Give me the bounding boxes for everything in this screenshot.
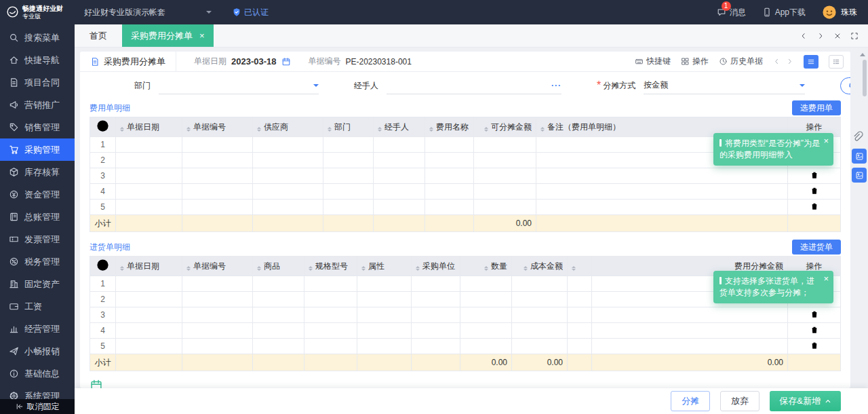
grid-cell[interactable] (357, 307, 412, 323)
grid-cell[interactable] (304, 339, 357, 354)
doc-date-value[interactable]: 2023-03-18 (231, 56, 277, 67)
messages-button[interactable]: 1 消息 (717, 7, 746, 18)
grid-cell[interactable] (592, 323, 788, 339)
close-icon[interactable]: × (823, 274, 829, 283)
attachment-icon[interactable] (852, 131, 863, 143)
grid-cell[interactable] (323, 137, 374, 153)
grid-cell[interactable] (474, 184, 536, 200)
grid-cell[interactable] (474, 200, 536, 215)
grid-cell[interactable] (592, 339, 788, 354)
grid-cell[interactable] (412, 292, 460, 307)
grid-cell[interactable] (374, 200, 425, 215)
grid-cell[interactable] (536, 200, 788, 215)
grid-cell[interactable] (253, 276, 304, 292)
tab-prev-icon[interactable] (800, 32, 808, 40)
grid-cell[interactable] (425, 137, 474, 153)
sidebar-item-info[interactable]: 基础信息 (0, 362, 75, 385)
grid-cell[interactable] (425, 200, 474, 215)
grid-cell[interactable] (182, 292, 253, 307)
sidebar-item-book[interactable]: 总账管理 (0, 206, 75, 228)
grid-cell[interactable] (323, 168, 374, 184)
unpin-sidebar-button[interactable]: 取消固定 (0, 399, 75, 414)
grid-cell[interactable] (182, 153, 253, 168)
grid-cell[interactable] (512, 323, 568, 339)
grid-cell[interactable] (568, 276, 592, 292)
column-header[interactable]: 单据日期 (116, 117, 182, 137)
grid-cell[interactable] (357, 339, 412, 354)
sidebar-item-building[interactable]: 固定资产 (0, 273, 75, 295)
grid-cell[interactable] (253, 153, 323, 168)
sidebar-item-box[interactable]: 库存核算 (0, 161, 75, 183)
grid-cell[interactable] (304, 276, 357, 292)
column-header[interactable]: 供应商 (253, 117, 323, 137)
grid-cell[interactable] (116, 137, 182, 153)
grid-settings-gear-icon[interactable] (90, 117, 116, 137)
account-book-select[interactable]: 好业财专业版演示帐套 (84, 7, 212, 18)
sidebar-item-search[interactable]: 搜索菜单 (0, 26, 75, 49)
grid-cell[interactable] (592, 307, 788, 323)
grid-cell[interactable] (182, 307, 253, 323)
sidebar-item-wallet[interactable]: 工资 (0, 295, 75, 318)
grid-cell[interactable] (425, 184, 474, 200)
column-header[interactable]: 商品 (253, 257, 304, 276)
column-header[interactable]: 经手人 (374, 117, 425, 137)
allocation-method-select[interactable]: 按金额 (644, 77, 805, 94)
grid-cell[interactable] (116, 323, 182, 339)
next-doc-icon[interactable] (786, 58, 793, 65)
save-and-new-button[interactable]: 保存&新增 (770, 391, 841, 411)
sidebar-item-home[interactable]: 快捷导航 (0, 49, 75, 71)
grid-cell[interactable] (460, 323, 512, 339)
grid-cell[interactable] (512, 292, 568, 307)
grid-cell[interactable] (412, 307, 460, 323)
grid-cell[interactable] (412, 276, 460, 292)
grid-cell[interactable] (253, 200, 323, 215)
tab-close-all-icon[interactable] (833, 32, 842, 40)
grid-cell[interactable] (182, 137, 253, 153)
delete-row-icon[interactable] (810, 341, 819, 350)
column-header[interactable]: 单据编号 (182, 117, 253, 137)
grid-cell[interactable] (116, 184, 182, 200)
grid-cell[interactable] (304, 307, 357, 323)
grid-cell[interactable] (357, 276, 412, 292)
grid-cell[interactable] (253, 184, 323, 200)
grid-cell[interactable] (182, 276, 253, 292)
grid-cell[interactable] (412, 323, 460, 339)
app-download-button[interactable]: App下载 (762, 7, 806, 18)
discard-button[interactable]: 放弃 (720, 391, 760, 411)
column-header[interactable]: 规格型号 (304, 257, 357, 276)
grid-cell[interactable] (374, 168, 425, 184)
grid-cell[interactable] (182, 339, 253, 354)
fullscreen-icon[interactable] (850, 32, 859, 40)
grid-cell[interactable] (512, 276, 568, 292)
delete-row-icon[interactable] (810, 202, 819, 211)
history-button[interactable]: 历史单据 (719, 56, 763, 67)
grid-cell[interactable] (323, 184, 374, 200)
grid-cell[interactable] (474, 137, 536, 153)
grid-cell[interactable] (304, 292, 357, 307)
handler-input[interactable]: ··· (387, 77, 561, 94)
grid-cell[interactable] (374, 137, 425, 153)
user-menu[interactable]: 珠珠 (822, 5, 857, 20)
grid-cell[interactable] (304, 323, 357, 339)
grid-cell[interactable] (253, 307, 304, 323)
grid-cell[interactable] (568, 307, 592, 323)
column-header[interactable]: 单据日期 (116, 257, 182, 276)
sidebar-item-coin[interactable]: 资金管理 (0, 183, 75, 206)
grid-cell[interactable] (460, 339, 512, 354)
column-header[interactable] (568, 257, 592, 276)
grid-cell[interactable] (568, 323, 592, 339)
sidebar-item-ticket[interactable]: 发票管理 (0, 228, 75, 250)
grid-cell[interactable] (116, 168, 182, 184)
grid-cell[interactable] (253, 168, 323, 184)
sidebar-item-doc[interactable]: 项目合同 (0, 71, 75, 94)
grid-cell[interactable] (253, 339, 304, 354)
delete-row-icon[interactable] (810, 170, 819, 180)
grid-cell[interactable] (512, 339, 568, 354)
sidebar-item-tag[interactable]: 销售管理 (0, 116, 75, 138)
grid-cell[interactable] (536, 184, 788, 200)
grid-cell[interactable] (460, 292, 512, 307)
select-purchase-doc-button[interactable]: 选进货单 (792, 240, 841, 255)
sidebar-item-percent[interactable]: 税务管理 (0, 250, 75, 273)
column-header[interactable]: 可分摊金额 (474, 117, 536, 137)
settings-button[interactable]: 设置 (840, 77, 850, 94)
